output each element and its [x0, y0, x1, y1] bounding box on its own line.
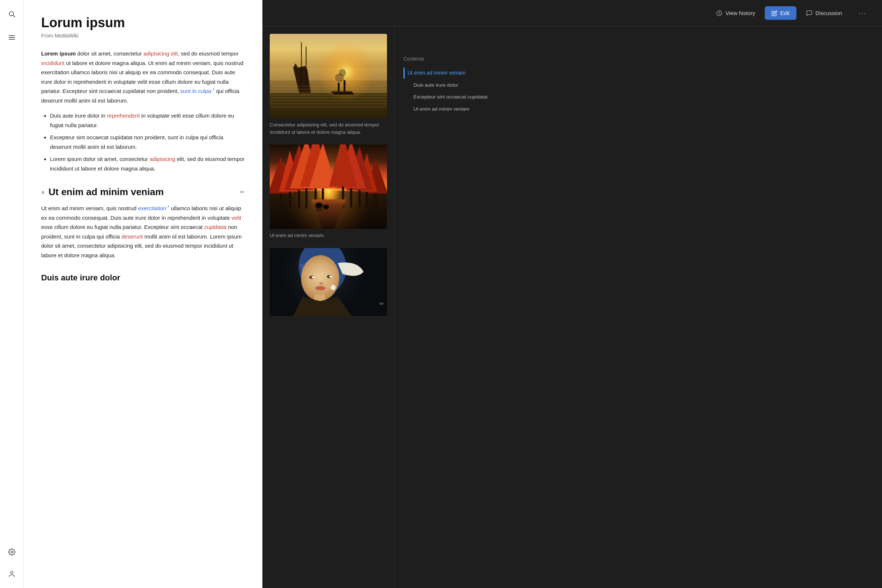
view-history-label: View history: [726, 10, 755, 16]
header-bar: View history Edit Discussion ···: [262, 0, 882, 27]
section1-title: Ut enim ad minim veniam: [48, 186, 240, 198]
right-content: Consectetur adipisicing elit, sed do eiu…: [262, 0, 882, 588]
link-adipisicing[interactable]: adipisicing elit,: [143, 50, 179, 57]
body-paragraph-1: Lorem ipsum dolor sit amet, consectetur …: [41, 49, 245, 105]
contents-title: Contents: [404, 56, 489, 62]
settings-icon[interactable]: [5, 545, 18, 559]
discussion-icon: [806, 10, 813, 16]
link-exercitation[interactable]: exercitation: [138, 205, 170, 212]
toc-item-2[interactable]: Duis aute irure dolor: [404, 80, 489, 91]
painting-block-3: ✏: [270, 248, 387, 316]
image-column: Consectetur adipisicing elit, sed do eiu…: [262, 27, 395, 588]
toc-item-4[interactable]: Ut enim ad minim veniam: [404, 104, 489, 115]
sidebar: [0, 0, 24, 588]
user-icon[interactable]: [5, 567, 18, 580]
discussion-label: Discussion: [816, 10, 842, 16]
painting-1-caption: Consectetur adipisicing elit, sed do eiu…: [270, 121, 387, 136]
search-icon[interactable]: [5, 8, 18, 21]
toc-item-1-label: Ut enim ad minim veniam: [408, 70, 466, 76]
section2-header: Duis aute irure dolor: [41, 273, 245, 283]
section-edit-icon-1[interactable]: ✏: [240, 189, 245, 195]
bullet-list: Duis aute irure dolor in reprehenderit i…: [50, 111, 245, 173]
view-history-button[interactable]: View history: [709, 6, 762, 20]
article-title: Lorum ipsum: [41, 15, 245, 30]
painting-block-2: Ut enim ad minim veniam.: [270, 144, 387, 239]
link-incididunt[interactable]: incididunt: [41, 60, 64, 66]
toc-item-2-label: Duis aute irure dolor: [413, 82, 458, 88]
svg-line-1: [13, 15, 15, 17]
link-velit[interactable]: velit: [231, 214, 242, 221]
link-deserunt[interactable]: deserunt: [121, 233, 142, 240]
toc-item-3-label: Excepteur sint occaecat cupidatat: [413, 94, 488, 100]
painting-1-image: [270, 34, 387, 118]
painting-3-image: [270, 248, 387, 316]
edit-icon: [771, 10, 777, 16]
painting-3-edit-icon[interactable]: ✏: [379, 300, 384, 307]
main-layout: Lorum ipsum From MediaWiki Lorem ipsum d…: [24, 0, 882, 588]
bullet-item-2: Excepteur sint occaecat cupidatat non pr…: [50, 133, 245, 152]
bullet-item-1: Duis aute irure dolor in reprehenderit i…: [50, 111, 245, 130]
section1-paragraph: Ut enim ad minim veniam, quis nostrud ex…: [41, 204, 245, 260]
link-sunt-in-culpa[interactable]: sunt in culpa: [180, 88, 214, 94]
section1-header: ∧ Ut enim ad minim veniam ✏: [41, 186, 245, 198]
svg-point-6: [10, 572, 13, 574]
link-adipisicing-2[interactable]: adipisicing: [150, 156, 175, 162]
painting-2-image: [270, 144, 387, 229]
link-cupidatat[interactable]: cupidatat: [204, 224, 227, 230]
section2-title: Duis aute irure dolor: [41, 273, 245, 283]
article-area: Lorum ipsum From MediaWiki Lorem ipsum d…: [24, 0, 262, 588]
edit-label: Edit: [780, 10, 790, 16]
toc-item-4-label: Ut enim ad minim veniam: [413, 106, 469, 112]
bullet-item-3: Lorem ipsum dolor sit amet, consectetur …: [50, 154, 245, 173]
collapse-icon-1[interactable]: ∧: [41, 189, 45, 195]
menu-icon[interactable]: [5, 31, 18, 44]
history-icon: [716, 10, 723, 16]
more-button[interactable]: ···: [852, 5, 873, 21]
body-bold-lorem: Lorem ipsum: [41, 50, 76, 57]
link-reprehenderit[interactable]: reprehenderit: [107, 112, 140, 119]
contents-panel: Contents Ut enim ad minim veniam Duis au…: [395, 27, 498, 588]
discussion-button[interactable]: Discussion: [800, 6, 849, 20]
right-panel: View history Edit Discussion ···: [262, 0, 882, 588]
article-body: Lorem ipsum dolor sit amet, consectetur …: [41, 49, 245, 283]
article-source: From MediaWiki: [41, 33, 245, 39]
more-label: ···: [858, 9, 867, 17]
painting-2-caption: Ut enim ad minim veniam.: [270, 232, 387, 239]
svg-point-5: [10, 551, 12, 553]
edit-button[interactable]: Edit: [765, 6, 796, 20]
toc-item-1[interactable]: Ut enim ad minim veniam: [404, 68, 489, 79]
toc-item-3[interactable]: Excepteur sint occaecat cupidatat: [404, 92, 489, 102]
painting-block-1: Consectetur adipisicing elit, sed do eiu…: [270, 34, 387, 136]
